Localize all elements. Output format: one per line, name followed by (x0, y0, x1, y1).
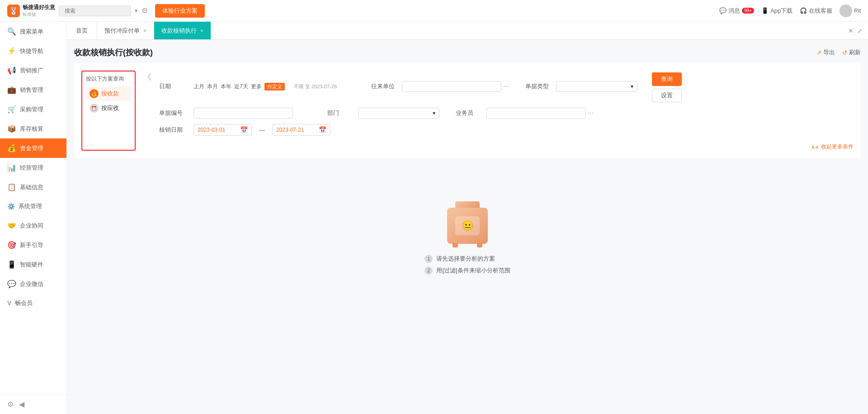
voucher-type-select[interactable]: ▾ (556, 81, 637, 92)
briefcase-icon: 💼 (7, 86, 16, 94)
empty-tip-1: 1 请先选择要分析的方案 (425, 255, 510, 263)
sidebar-item-enterprise-collab[interactable]: 🤝 企业协同 (0, 216, 66, 235)
query-button[interactable]: 查询 (652, 72, 682, 86)
sidebar-item-purchase[interactable]: 🛒 采购管理 (0, 100, 66, 119)
voucher-no-input[interactable] (193, 108, 293, 119)
collapse-filter-button[interactable]: 《 (143, 72, 152, 81)
message-icon: 💬 (719, 7, 726, 14)
sidebar-item-finance[interactable]: 💰 资金管理 (0, 138, 66, 158)
dept-chevron-icon: ▾ (433, 110, 435, 116)
collapse-more-button[interactable]: ∧∧ 收起更多条件 (811, 143, 854, 151)
more-date-link[interactable]: 更多 (251, 83, 262, 90)
sidebar-item-beginner[interactable]: 🎯 新手引导 (0, 235, 66, 255)
top-bar-right: 💬 消息 99+ 📱 App下载 🎧 在线客服 Rit (719, 5, 861, 17)
message-button[interactable]: 💬 消息 99+ (719, 7, 754, 15)
sidebar-item-wechat[interactable]: 💬 企业微信 (0, 274, 66, 294)
verify-date-label: 核销日期 (159, 126, 186, 134)
empty-robot-box: 😐 (443, 194, 492, 244)
dept-select[interactable]: ▾ (358, 108, 439, 119)
last-7days-link[interactable]: 近7天 (234, 83, 248, 90)
box-icon: 📦 (7, 124, 16, 133)
voucher-no-label: 单据编号 (159, 109, 186, 117)
search-input[interactable] (59, 5, 131, 16)
dept-group: 部门 ▾ (327, 108, 439, 119)
setting-button[interactable]: 设置 (652, 89, 682, 102)
system-icon: ⚙️ (7, 203, 15, 210)
robot-lid (455, 201, 480, 208)
megaphone-icon: 📢 (7, 66, 16, 75)
verify-date-from-wrap: 📅 (193, 124, 252, 136)
app-download-button[interactable]: 📱 App下载 (761, 7, 793, 15)
sidebar-item-search-menu[interactable]: 🔍 搜索菜单 (0, 22, 66, 41)
tab-home[interactable]: 首页 (67, 22, 97, 39)
gear-icon[interactable]: ⚙ (142, 6, 148, 15)
counterpart-input[interactable] (402, 81, 501, 92)
tab-bar-right: ✕ ⤢ (843, 27, 868, 34)
chevron-down-icon[interactable]: ▾ (135, 7, 138, 14)
collapse-more-row: ∧∧ 收起更多条件 (159, 143, 854, 151)
refresh-button[interactable]: ↺ 刷新 (842, 48, 861, 57)
filter-action-buttons: 查询 设置 (652, 71, 682, 102)
calendar-to-icon[interactable]: 📅 (319, 126, 326, 133)
dept-label: 部门 (327, 109, 354, 117)
user-name: Rit (854, 8, 861, 14)
cart-icon: 🛒 (7, 105, 16, 114)
filter-option-by-receipt[interactable]: 💰 按收款 (86, 86, 131, 101)
filter-option-by-receivable[interactable]: ⏰ 按应收 (86, 101, 131, 115)
sidebar-item-hardware[interactable]: 📱 智能硬件 (0, 255, 66, 274)
sidebar-item-quick-nav[interactable]: ⚡ 快捷导航 (0, 41, 66, 61)
receipt-icon: 💰 (90, 89, 99, 98)
last-month-link[interactable]: 上月 (193, 83, 204, 90)
this-month-link[interactable]: 本月 (207, 83, 218, 90)
online-service-button[interactable]: 🎧 在线客服 (800, 7, 832, 15)
tab-close-prepay[interactable]: × (143, 28, 146, 34)
date-separator: — (259, 127, 265, 133)
tab-receipt-verify[interactable]: 收款核销执行 × (154, 22, 211, 39)
sidebar-collapse-icon[interactable]: ◀ (19, 400, 24, 409)
empty-state: 😐 1 请先选择要分析的方案 2 (74, 158, 861, 311)
trial-button[interactable]: 体验行业方案 (155, 4, 205, 18)
message-badge: 99+ (742, 8, 754, 14)
empty-tip-2: 2 用[过滤]条件来缩小分析范围 (425, 266, 510, 275)
chevron-icon: ▾ (631, 83, 633, 90)
tab-close-all-icon[interactable]: ✕ (848, 27, 854, 34)
verify-date-to-input[interactable] (276, 127, 317, 133)
chart-icon: 📊 (7, 163, 16, 172)
sidebar-item-biz[interactable]: 📊 经营管理 (0, 158, 66, 177)
page-content: 收款核销执行(按收款) ↗ 导出 ↺ 刷新 按以下方案查询 (67, 40, 868, 414)
filter-rows: 日期 上月 本月 本年 近7天 更多 自定义 不限 至 2023-07-26 (159, 71, 854, 151)
sidebar-item-system[interactable]: ⚙️ 系统管理 (0, 197, 66, 216)
tab-close-receipt-verify[interactable]: × (200, 28, 203, 34)
sidebar-settings-icon[interactable]: ⚙ (7, 400, 14, 409)
sidebar-item-marketing[interactable]: 📢 营销推广 (0, 61, 66, 80)
tab-prepay[interactable]: 预付冲应付单 × (97, 22, 154, 39)
target-icon: 🎯 (7, 241, 16, 249)
custom-date-button[interactable]: 自定义 (264, 83, 285, 90)
filter-row-2: 单据编号 部门 ▾ 业务员 (159, 108, 854, 119)
verify-date-from-input[interactable] (198, 127, 238, 133)
counterpart-label: 往来单位 (371, 82, 398, 90)
member-icon: V (7, 300, 11, 307)
tab-expand-icon[interactable]: ⤢ (857, 27, 863, 34)
this-year-link[interactable]: 本年 (221, 83, 231, 90)
top-bar: 🐰 畅捷通好生意 标准版 ▾ ⚙ 体验行业方案 💬 消息 99+ 📱 App下载… (0, 0, 868, 22)
staff-input[interactable] (486, 108, 586, 119)
robot-leg-left (453, 243, 458, 247)
filter-fields: 日期 上月 本月 本年 近7天 更多 自定义 不限 至 2023-07-26 (159, 71, 854, 151)
filter-row-3: 核销日期 📅 — 📅 (159, 124, 854, 136)
sidebar-item-sales[interactable]: 💼 销售管理 (0, 80, 66, 100)
headset-icon: 🎧 (800, 7, 807, 14)
staff-dots-btn[interactable]: ··· (588, 109, 594, 117)
money-icon: 💰 (7, 144, 16, 152)
date-options: 上月 本月 本年 近7天 更多 自定义 (193, 83, 285, 90)
robot-leg-right (477, 243, 482, 247)
staff-group: 业务员 ··· (456, 108, 594, 119)
export-button[interactable]: ↗ 导出 (816, 48, 835, 57)
page-actions: ↗ 导出 ↺ 刷新 (816, 48, 861, 57)
sidebar-item-inventory[interactable]: 📦 库存核算 (0, 119, 66, 138)
counterpart-dots-btn[interactable]: ··· (503, 82, 509, 90)
sidebar-item-member[interactable]: V 畅会员 (0, 294, 66, 313)
sidebar-item-basic-info[interactable]: 📋 基础信息 (0, 177, 66, 197)
user-area[interactable]: Rit (840, 5, 861, 17)
calendar-from-icon[interactable]: 📅 (240, 126, 248, 133)
